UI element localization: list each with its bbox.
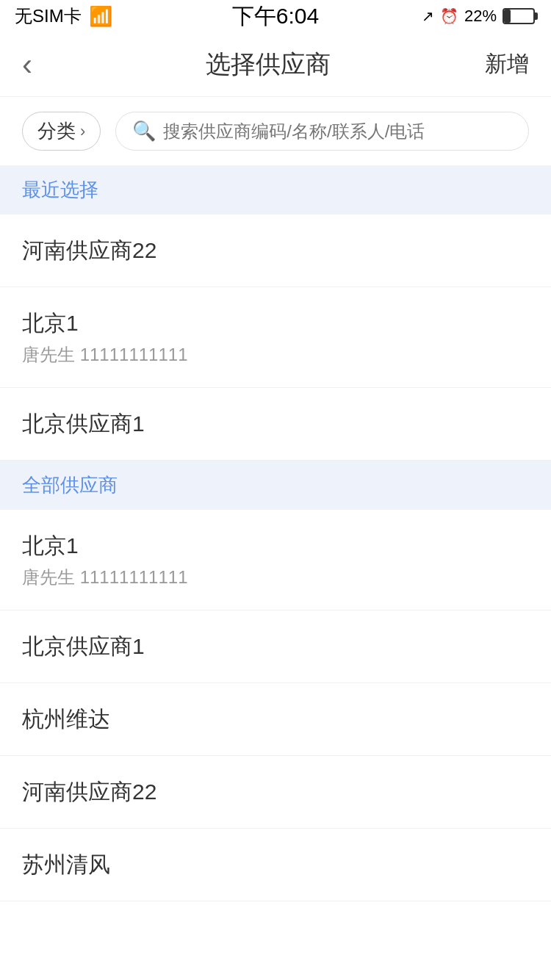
page-title: 选择供应商 bbox=[206, 48, 331, 82]
category-label: 分类 bbox=[37, 118, 76, 144]
item-name: 河南供应商22 bbox=[22, 235, 529, 266]
battery-icon bbox=[503, 8, 536, 24]
item-name: 北京1 bbox=[22, 308, 529, 339]
all-section-label: 全部供应商 bbox=[22, 474, 118, 496]
nav-bar: ‹ 选择供应商 新增 bbox=[0, 32, 551, 97]
item-name: 杭州维达 bbox=[22, 704, 529, 735]
list-item[interactable]: 北京1唐先生 11111111111 bbox=[0, 510, 551, 610]
item-name: 北京供应商1 bbox=[22, 408, 529, 439]
status-left: 无SIM卡 📶 bbox=[15, 4, 112, 28]
item-name: 北京供应商1 bbox=[22, 631, 529, 662]
alarm-icon: ⏰ bbox=[440, 7, 458, 25]
location-icon: ↗ bbox=[422, 7, 434, 25]
status-right: ↗ ⏰ 22% bbox=[422, 7, 536, 26]
item-name: 河南供应商22 bbox=[22, 777, 529, 807]
list-item[interactable]: 苏州清风 bbox=[0, 829, 551, 901]
recent-section-label: 最近选择 bbox=[22, 179, 98, 201]
filter-row: 分类 › 🔍 bbox=[0, 97, 551, 165]
list-item[interactable]: 杭州维达 bbox=[0, 683, 551, 756]
back-button[interactable]: ‹ bbox=[22, 47, 66, 82]
all-list: 北京1唐先生 11111111111北京供应商1杭州维达河南供应商22苏州清风 bbox=[0, 510, 551, 901]
status-bar: 无SIM卡 📶 下午6:04 ↗ ⏰ 22% bbox=[0, 0, 551, 32]
list-item[interactable]: 河南供应商22 bbox=[0, 756, 551, 829]
search-input[interactable] bbox=[163, 121, 512, 142]
list-item[interactable]: 北京供应商1 bbox=[0, 388, 551, 461]
list-item[interactable]: 北京1唐先生 11111111111 bbox=[0, 287, 551, 388]
list-item[interactable]: 河南供应商22 bbox=[0, 215, 551, 287]
battery-percentage: 22% bbox=[464, 7, 497, 26]
category-filter-button[interactable]: 分类 › bbox=[22, 112, 101, 151]
status-time: 下午6:04 bbox=[232, 1, 319, 32]
search-box: 🔍 bbox=[115, 112, 529, 151]
wifi-icon: 📶 bbox=[89, 5, 112, 28]
item-sub: 唐先生 11111111111 bbox=[22, 566, 529, 589]
item-name: 苏州清风 bbox=[22, 849, 529, 880]
chevron-right-icon: › bbox=[80, 122, 85, 141]
list-item[interactable]: 北京供应商1 bbox=[0, 610, 551, 683]
add-button[interactable]: 新增 bbox=[470, 49, 529, 79]
item-sub: 唐先生 11111111111 bbox=[22, 343, 529, 367]
search-icon: 🔍 bbox=[132, 120, 156, 143]
recent-section-header: 最近选择 bbox=[0, 165, 551, 215]
no-sim-label: 无SIM卡 bbox=[15, 4, 82, 28]
recent-list: 河南供应商22北京1唐先生 11111111111北京供应商1 bbox=[0, 215, 551, 461]
item-name: 北京1 bbox=[22, 530, 529, 561]
all-section-header: 全部供应商 bbox=[0, 461, 551, 510]
